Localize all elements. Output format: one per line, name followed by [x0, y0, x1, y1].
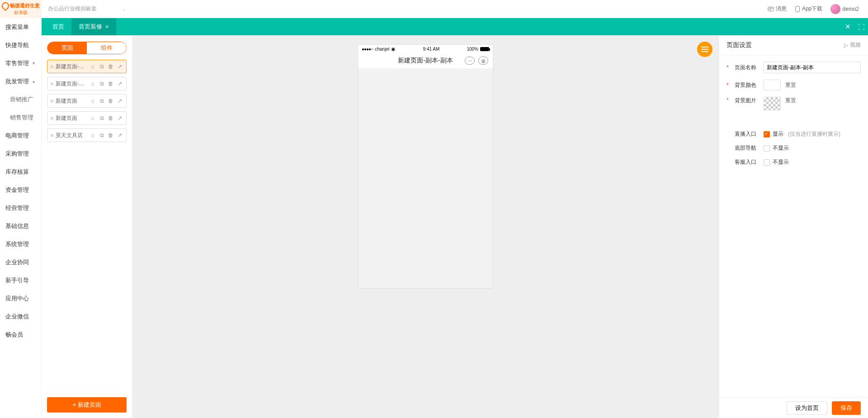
page-row[interactable]: ≡新建页面-副本⌂⧉🗑↗ [47, 77, 127, 90]
copy-icon[interactable]: ⧉ [98, 81, 105, 87]
page-list: ≡新建页面-副本...⌂⧉🗑↗≡新建页面-副本⌂⧉🗑↗≡新建页面⌂⧉🗑↗≡新建页… [47, 60, 127, 142]
sidenav-item[interactable]: 经营管理 [0, 199, 41, 217]
wifi-icon: ◉ [391, 46, 396, 52]
sidenav-item[interactable]: 企业微信 [0, 308, 41, 326]
battery-icon [480, 47, 489, 51]
caret-icon: ▲ [32, 79, 36, 84]
page-name-label: 页面名称 [735, 64, 759, 71]
sidenav-item[interactable]: 应用中心 [0, 290, 41, 308]
logo-icon [0, 0, 11, 11]
sidenav-item[interactable]: 批发管理▲ [0, 72, 41, 90]
avatar [830, 4, 840, 14]
segment-control: 页面 组件 [47, 42, 127, 54]
home-icon[interactable]: ⌂ [89, 63, 96, 70]
delete-icon[interactable]: 🗑 [107, 81, 114, 87]
edition-label: 标准版 [14, 10, 28, 16]
save-button[interactable]: 保存 [832, 401, 861, 415]
tab-editor[interactable]: 首页装修 ✕ [71, 18, 116, 35]
bg-image-label: 背景图片 [735, 97, 759, 104]
sidenav-item[interactable]: 基础信息 [0, 217, 41, 235]
mini-target-icon: ◎ [478, 57, 488, 65]
delete-icon[interactable]: 🗑 [107, 132, 114, 138]
sidenav-item[interactable]: 快捷导航 [0, 36, 41, 54]
toggle-panel-button[interactable] [697, 42, 712, 57]
phone-header: 新建页面-副本-副本 ⋯ ◎ [358, 53, 493, 68]
sidenav-item[interactable]: 畅会员 [0, 326, 41, 344]
reset-bg-image[interactable]: 重置 [785, 97, 796, 104]
bottom-nav-label: 底部导航 [735, 144, 759, 152]
home-icon[interactable]: ⌂ [89, 98, 96, 104]
phone-icon [795, 6, 800, 12]
bottom-nav-checkbox[interactable]: 不显示 [764, 144, 789, 152]
delete-icon[interactable]: 🗑 [107, 115, 114, 121]
sidenav-item[interactable]: 电商管理 [0, 127, 41, 145]
sidenav-item[interactable]: 零售管理▼ [0, 54, 41, 72]
drag-icon[interactable]: ≡ [50, 81, 54, 87]
bg-image-picker[interactable] [764, 97, 781, 110]
sidenav-item[interactable]: 企业协同 [0, 253, 41, 271]
sidenav-item[interactable]: 销售管理 [0, 109, 41, 127]
video-link[interactable]: ▷ 视频 [844, 41, 861, 49]
home-icon[interactable]: ⌂ [89, 81, 96, 87]
app-download-button[interactable]: App下载 [795, 5, 822, 13]
signal-icon: ●●●●○ [362, 47, 373, 52]
sidenav-item[interactable]: 搜索菜单 [0, 18, 41, 36]
page-row[interactable]: ≡新建页面⌂⧉🗑↗ [47, 111, 127, 125]
page-row[interactable]: ≡昊天文具店⌂⧉🗑↗ [47, 128, 127, 142]
copy-icon[interactable]: ⧉ [98, 63, 105, 70]
sidenav-item[interactable]: 采购管理 [0, 145, 41, 163]
home-icon[interactable]: ⌂ [89, 132, 96, 138]
add-page-button[interactable]: + 新建页面 [47, 397, 127, 413]
sidenav-item[interactable]: 资金管理 [0, 181, 41, 199]
copy-icon[interactable]: ⧉ [98, 98, 105, 104]
user-menu[interactable]: demo2 [830, 4, 859, 14]
cs-checkbox[interactable]: 不显示 [764, 158, 789, 166]
drag-icon[interactable]: ≡ [50, 63, 54, 70]
copy-icon[interactable]: ⧉ [98, 115, 105, 121]
live-label: 直播入口 [735, 130, 759, 138]
side-nav: 搜索菜单快捷导航零售管理▼批发管理▲营销推广销售管理电商管理采购管理库存核算资金… [0, 18, 42, 418]
phone-time: 9:41 AM [423, 47, 440, 52]
sidenav-item[interactable]: 营销推广 [0, 90, 41, 109]
delete-icon[interactable]: 🗑 [107, 98, 114, 104]
bg-color-swatch[interactable] [764, 80, 781, 90]
drag-icon[interactable]: ≡ [50, 115, 54, 122]
share-icon[interactable]: ↗ [116, 81, 123, 87]
account-selector[interactable]: 办公品行业模拟账套 ⌄ [42, 5, 132, 13]
share-icon[interactable]: ↗ [116, 132, 123, 138]
tab-bar: 首页 首页装修 ✕ ✕ ⛶ [42, 18, 868, 35]
page-row[interactable]: ≡新建页面-副本...⌂⧉🗑↗ [47, 60, 127, 73]
seg-component[interactable]: 组件 [87, 42, 126, 54]
copy-icon[interactable]: ⧉ [98, 132, 105, 138]
page-name: 新建页面 [56, 114, 87, 122]
chevron-down-icon: ⌄ [122, 6, 126, 11]
account-name: 办公品行业模拟账套 [48, 5, 97, 13]
delete-icon[interactable]: 🗑 [107, 63, 114, 70]
sidenav-item[interactable]: 新手引导 [0, 271, 41, 290]
page-name-input[interactable] [764, 62, 861, 73]
share-icon[interactable]: ↗ [116, 98, 123, 104]
sidenav-item[interactable]: 系统管理 [0, 235, 41, 253]
phone-body[interactable] [358, 68, 493, 288]
right-panel: 页面设置 ▷ 视频 *页面名称 *背景颜色 重置 [719, 35, 868, 418]
drag-icon[interactable]: ≡ [50, 132, 54, 139]
phone-preview: ●●●●○ chanjet ◉ 9:41 AM 100% 新建页面-副本-副本 [358, 44, 493, 289]
close-icon[interactable]: ✕ [105, 18, 109, 35]
close-all-button[interactable]: ✕ [841, 18, 854, 35]
messages-button[interactable]: 消息 [768, 5, 787, 13]
fullscreen-button[interactable]: ⛶ [854, 18, 868, 35]
share-icon[interactable]: ↗ [116, 63, 123, 70]
sidenav-item[interactable]: 库存核算 [0, 163, 41, 181]
home-icon[interactable]: ⌂ [89, 115, 96, 121]
drag-icon[interactable]: ≡ [50, 98, 54, 104]
page-row[interactable]: ≡新建页面⌂⧉🗑↗ [47, 94, 127, 108]
tab-home[interactable]: 首页 [45, 18, 71, 35]
topbar: 畅捷通好生意 标准版 办公品行业模拟账套 ⌄ 消息 App下载 demo2 [0, 0, 868, 18]
play-icon: ▷ [844, 42, 848, 48]
reset-bg-color[interactable]: 重置 [785, 81, 796, 89]
live-hint: (仅当进行直播时展示) [788, 130, 840, 138]
seg-page[interactable]: 页面 [47, 42, 87, 54]
set-home-button[interactable]: 设为首页 [787, 401, 827, 415]
share-icon[interactable]: ↗ [116, 115, 123, 121]
live-checkbox[interactable]: 显示 [764, 130, 783, 138]
